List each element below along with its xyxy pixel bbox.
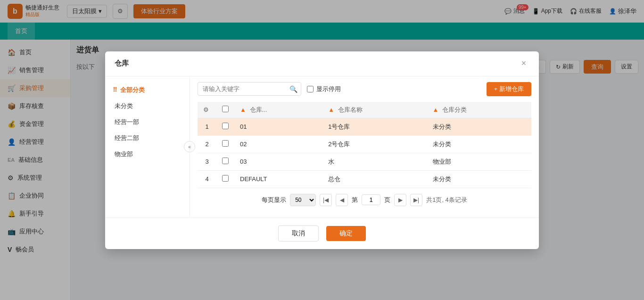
- row-category: 未分类: [427, 135, 531, 153]
- search-input-wrap: 🔍: [198, 82, 301, 96]
- row-category: 未分类: [427, 170, 531, 188]
- row-check: [216, 118, 234, 135]
- pagination: 每页显示 50 20 100 |◀ ◀ 第 页 ▶ ▶| 共1页, 4条记录: [198, 188, 531, 212]
- warehouse-dialog: 仓库 × ⠿ 全部分类 未分类 经营一部 经营二部: [105, 51, 539, 249]
- per-page-label: 每页显示: [262, 196, 286, 204]
- table-row[interactable]: 4 DEFAULT 总仓 未分类: [198, 170, 531, 188]
- cancel-button[interactable]: 取消: [278, 225, 319, 242]
- row-code: 03: [234, 153, 322, 170]
- warehouse-table: ⚙ ▲ 仓库... ▲ 仓库名称: [198, 102, 531, 188]
- category-item-property[interactable]: 物业部: [105, 146, 190, 162]
- row-name: 水: [322, 153, 427, 170]
- show-disabled-checkbox[interactable]: [307, 86, 314, 92]
- table-row[interactable]: 3 03 水 物业部: [198, 153, 531, 170]
- row-num: 2: [198, 135, 216, 153]
- row-num: 1: [198, 118, 216, 135]
- sort-icon-category: ▲: [433, 106, 439, 113]
- category-panel: ⠿ 全部分类 未分类 经营一部 经营二部 物业部 «: [105, 76, 190, 217]
- last-page-button[interactable]: ▶|: [410, 194, 422, 206]
- row-check: [216, 135, 234, 153]
- grid-icon: ⠿: [113, 86, 117, 93]
- row-code: DEFAULT: [234, 170, 322, 188]
- col-settings: ⚙: [198, 102, 216, 118]
- category-item-unclassified[interactable]: 未分类: [105, 98, 190, 114]
- search-input[interactable]: [198, 82, 301, 96]
- col-name: ▲ 仓库名称: [322, 102, 427, 118]
- page-label: 第: [352, 196, 358, 204]
- row-check: [216, 170, 234, 188]
- row-code: 01: [234, 118, 322, 135]
- category-item-ops1[interactable]: 经营一部: [105, 114, 190, 130]
- table-row[interactable]: 1 01 1号仓库 未分类: [198, 118, 531, 135]
- table-body: 1 01 1号仓库 未分类 2: [198, 118, 531, 188]
- search-bar: 🔍 显示停用 + 新增仓库: [198, 82, 531, 96]
- dialog-body: ⠿ 全部分类 未分类 经营一部 经营二部 物业部 «: [105, 76, 539, 217]
- sort-icon-name: ▲: [328, 106, 334, 113]
- add-warehouse-button[interactable]: + 新增仓库: [487, 82, 531, 96]
- col-checkbox: [216, 102, 234, 118]
- table-header-row: ⚙ ▲ 仓库... ▲ 仓库名称: [198, 102, 531, 118]
- row-num: 4: [198, 170, 216, 188]
- row-name: 总仓: [322, 170, 427, 188]
- col-category: ▲ 仓库分类: [427, 102, 531, 118]
- category-all[interactable]: ⠿ 全部分类: [105, 82, 190, 98]
- per-page-select[interactable]: 50 20 100: [290, 194, 316, 206]
- page-total: 共1页, 4条记录: [426, 196, 467, 204]
- row-checkbox-4[interactable]: [222, 175, 229, 182]
- row-checkbox-3[interactable]: [222, 158, 229, 164]
- dialog-title: 仓库: [115, 59, 129, 68]
- show-disabled-label[interactable]: 显示停用: [307, 85, 341, 93]
- collapse-button[interactable]: «: [184, 141, 195, 152]
- sort-icon-code: ▲: [240, 106, 246, 113]
- row-category: 未分类: [427, 118, 531, 135]
- select-all-checkbox[interactable]: [222, 106, 229, 112]
- modal-overlay: 仓库 × ⠿ 全部分类 未分类 经营一部 经营二部: [0, 0, 644, 300]
- page-number-input[interactable]: [362, 194, 380, 205]
- first-page-button[interactable]: |◀: [320, 194, 332, 206]
- row-name: 2号仓库: [322, 135, 427, 153]
- page-end-label: 页: [384, 196, 390, 204]
- table-row[interactable]: 2 02 2号仓库 未分类: [198, 135, 531, 153]
- row-num: 3: [198, 153, 216, 170]
- row-name: 1号仓库: [322, 118, 427, 135]
- search-icon[interactable]: 🔍: [289, 85, 297, 93]
- col-code: ▲ 仓库...: [234, 102, 322, 118]
- dialog-header: 仓库 ×: [105, 51, 539, 76]
- row-checkbox-1[interactable]: [222, 123, 229, 129]
- row-category: 物业部: [427, 153, 531, 170]
- prev-page-button[interactable]: ◀: [336, 194, 348, 206]
- close-button[interactable]: ×: [518, 58, 529, 69]
- category-item-ops2[interactable]: 经营二部: [105, 130, 190, 146]
- row-checkbox-2[interactable]: [222, 140, 229, 147]
- dialog-footer: 取消 确定: [105, 217, 539, 249]
- confirm-button[interactable]: 确定: [326, 226, 366, 241]
- row-code: 02: [234, 135, 322, 153]
- next-page-button[interactable]: ▶: [394, 194, 406, 206]
- dialog-content-panel: 🔍 显示停用 + 新增仓库 ⚙: [190, 76, 539, 217]
- row-check: [216, 153, 234, 170]
